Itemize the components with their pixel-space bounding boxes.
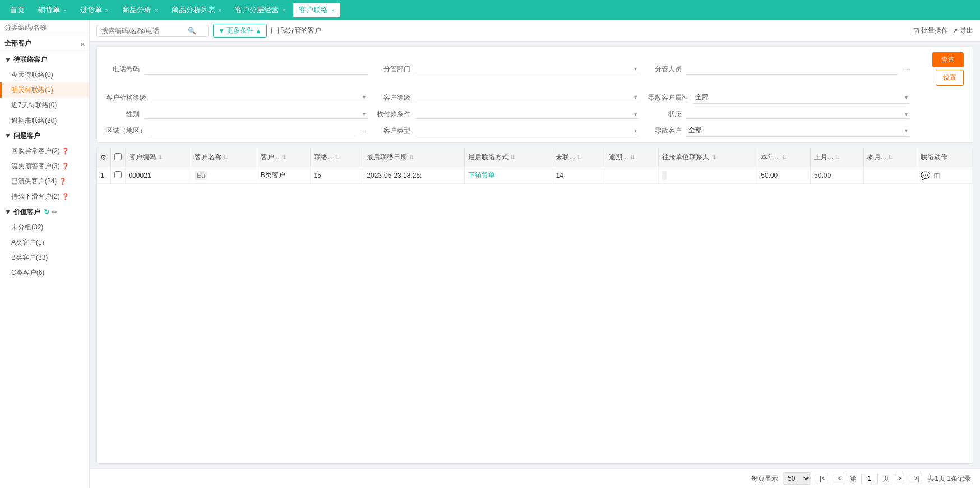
customer-type-select[interactable]: ▾ (415, 126, 639, 135)
row-checkbox[interactable] (110, 167, 125, 184)
nav-home[interactable]: 首页 (4, 3, 30, 17)
sidebar-all-customers[interactable]: 全部客户 « (0, 35, 89, 52)
chevron-down-icon: ▾ (634, 94, 637, 100)
nav-product-analysis[interactable]: 商品分析 × (117, 3, 164, 17)
gender-select[interactable]: ▾ (144, 110, 368, 119)
row-actions: 💬 ⊞ (917, 167, 972, 184)
nav-product-analysis-list[interactable]: 商品分析列表 × (166, 3, 228, 17)
info-icon: ❓ (62, 148, 70, 154)
search-icon[interactable]: 🔍 (188, 27, 196, 35)
sidebar-item-overdue[interactable]: 逾期未联络(30) (0, 113, 89, 128)
chevron-down-icon: ▾ (363, 111, 366, 117)
close-icon[interactable]: × (282, 7, 285, 13)
prev-page-button[interactable]: < (834, 473, 845, 484)
sort-icon[interactable]: ⇅ (409, 154, 414, 160)
main-layout: 🔍 全部客户 « ▼ 待联络客户 今天待联络(0) 明天待联络(1) 近7天待联… (0, 20, 980, 488)
close-icon[interactable]: × (219, 7, 222, 13)
sort-icon[interactable]: ⇅ (577, 154, 581, 160)
sidebar-item-b-class[interactable]: B类客户(33) (0, 250, 89, 265)
my-customers-check[interactable] (271, 27, 279, 34)
edit-icon[interactable]: ✏ (52, 209, 57, 216)
chevron-down-icon: ▾ (905, 127, 908, 133)
close-icon[interactable]: × (63, 7, 67, 13)
per-page-select[interactable]: 50 100 200 (783, 472, 811, 485)
table-area: ⚙ 客户编码 ⇅ 客户名称 ⇅ 客户... ⇅ (96, 148, 973, 464)
row-last-month: 50.00 (811, 167, 864, 184)
sidebar-item-c-class[interactable]: C类客户(6) (0, 265, 89, 280)
sidebar-item-tomorrow[interactable]: 明天待联络(1) (0, 82, 89, 98)
sidebar-item-ungrouped[interactable]: 未分组(32) (0, 220, 89, 235)
table-header-checkbox[interactable] (110, 148, 125, 167)
close-icon[interactable]: × (331, 7, 335, 13)
grid-icon[interactable]: ⊞ (933, 171, 940, 180)
retail-attr-select[interactable]: 全部 ▾ (693, 91, 910, 104)
filter-retail-attr: 零散客户属性 全部 ▾ (648, 91, 910, 104)
query-button[interactable]: 查询 (932, 52, 964, 67)
collapse-icon[interactable]: « (80, 39, 85, 48)
customer-level-select[interactable]: ▾ (415, 93, 639, 102)
info-icon: ❓ (59, 178, 67, 185)
nav-customer-contact[interactable]: 客户联络 × (293, 3, 340, 17)
sort-icon[interactable]: ⇅ (510, 154, 515, 160)
nav-sales-order[interactable]: 销货单 × (33, 3, 72, 17)
manager-input[interactable] (686, 64, 898, 75)
last-page-button[interactable]: >| (910, 473, 923, 484)
nav-purchase-order[interactable]: 进货单 × (75, 3, 114, 17)
sidebar-item-declining[interactable]: 持续下滑客户(2) ❓ (0, 189, 89, 204)
status-select[interactable]: ▾ (686, 110, 910, 119)
sort-icon[interactable]: ⇅ (158, 154, 162, 160)
sidebar-search-bar: 🔍 (0, 20, 89, 35)
page-input[interactable] (861, 473, 878, 484)
close-icon[interactable]: × (105, 7, 109, 13)
retail-customer-select[interactable]: 全部 ▾ (686, 125, 910, 137)
price-level-select[interactable]: ▾ (151, 93, 368, 102)
sort-icon[interactable]: ⇅ (835, 154, 839, 160)
sidebar-group-value[interactable]: ▼ 价值客户 ↻ ✏ (0, 205, 89, 220)
row-last-method[interactable]: 下销货单 (464, 167, 552, 184)
more-filters-button[interactable]: ▼ 更多条件 ▲ (213, 24, 267, 38)
sort-icon[interactable]: ⇅ (335, 154, 339, 160)
payment-select[interactable]: ▾ (415, 110, 639, 119)
region-input[interactable] (151, 126, 355, 136)
sidebar-group-pending[interactable]: ▼ 待联络客户 (0, 52, 89, 67)
sort-icon[interactable]: ⇅ (630, 154, 635, 160)
sort-icon[interactable]: ⇅ (281, 154, 286, 160)
export-button[interactable]: ↗ 导出 (953, 26, 973, 35)
batch-operation-button[interactable]: ☑ 批量操作 (913, 26, 948, 35)
nav-customer-tier[interactable]: 客户分层经营 × (229, 3, 291, 17)
sidebar-search-input[interactable] (4, 24, 89, 31)
table-header-this-month: 本月... ⇅ (863, 148, 917, 167)
sort-icon[interactable]: ⇅ (223, 154, 228, 160)
sidebar-item-churned[interactable]: 已流失客户(24) ❓ (0, 174, 89, 189)
more-icon[interactable]: ··· (362, 127, 368, 135)
sidebar-item-7days[interactable]: 近7天待联络(0) (0, 98, 89, 113)
phone-input[interactable] (144, 64, 368, 75)
filter-dept: 分管部门 ▾ (377, 65, 639, 74)
all-customers-label: 全部客户 (4, 39, 31, 48)
more-icon[interactable]: ··· (904, 65, 910, 73)
row-this-year: 50.00 (757, 167, 811, 184)
sidebar-item-today[interactable]: 今天待联络(0) (0, 67, 89, 82)
sidebar-group-problem[interactable]: ▼ 问题客户 (0, 128, 89, 144)
row-select-checkbox[interactable] (114, 171, 122, 178)
next-page-button[interactable]: > (894, 473, 905, 484)
dept-select[interactable]: ▾ (415, 65, 639, 73)
settings-button[interactable]: 设置 (936, 70, 964, 86)
comment-icon[interactable]: 💬 (921, 171, 930, 180)
chevron-down-icon: ▾ (634, 111, 637, 117)
refresh-icon[interactable]: ↻ (44, 208, 49, 216)
sidebar-item-churn-warning[interactable]: 流失预警客户(3) ❓ (0, 159, 89, 174)
table-header-gear[interactable]: ⚙ (97, 148, 110, 167)
my-customers-checkbox[interactable]: 我分管的客户 (271, 26, 321, 35)
first-page-button[interactable]: |< (816, 473, 829, 484)
sort-icon[interactable]: ⇅ (711, 154, 716, 160)
sidebar-item-repurchase-abnormal[interactable]: 回购异常客户(2) ❓ (0, 144, 89, 159)
sort-icon[interactable]: ⇅ (782, 154, 787, 160)
customer-level-label: 客户等级 (377, 93, 410, 103)
filter-retail-customer: 零散客户 全部 ▾ (648, 125, 910, 137)
select-all-checkbox[interactable] (114, 153, 122, 160)
sort-icon[interactable]: ⇅ (888, 154, 893, 160)
sidebar-item-a-class[interactable]: A类客户(1) (0, 235, 89, 250)
search-input[interactable] (101, 27, 186, 35)
close-icon[interactable]: × (155, 7, 158, 13)
